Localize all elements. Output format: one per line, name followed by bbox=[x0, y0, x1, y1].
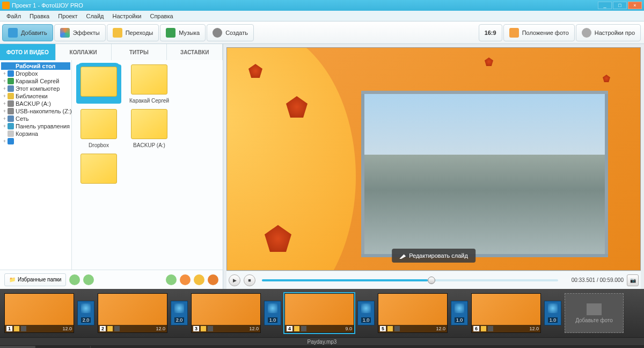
pencil-icon bbox=[399, 252, 406, 259]
tab-collages[interactable]: КОЛЛАЖИ bbox=[56, 44, 112, 60]
seek-knob[interactable] bbox=[428, 277, 435, 284]
aspect-ratio-button[interactable]: 16:9 bbox=[479, 24, 502, 41]
window-title: Проект 1 - ФотоШОУ PRO bbox=[12, 2, 83, 9]
image-icon bbox=[509, 28, 519, 38]
transition-block[interactable]: 2.0 bbox=[77, 301, 94, 325]
favorites-button[interactable]: 📁Избранные папки bbox=[4, 273, 66, 286]
tree-item[interactable]: + bbox=[1, 137, 70, 145]
tree-item[interactable]: Рабочий стол bbox=[1, 62, 70, 70]
folder-up-icon[interactable] bbox=[208, 274, 218, 285]
left-bottom-bar: 📁Избранные папки bbox=[0, 270, 223, 289]
menu-help[interactable]: Справка bbox=[145, 12, 177, 20]
bottom-tabs: Слайды Шкала времени bbox=[0, 346, 644, 348]
timeline-slide[interactable]: 112.0 bbox=[4, 293, 74, 333]
folder-tree[interactable]: Рабочий стол+Dropbox+Каракай Сергей+Этот… bbox=[0, 60, 72, 270]
camera-icon bbox=[8, 28, 18, 38]
menu-edit[interactable]: Правка bbox=[25, 12, 54, 20]
preview-canvas[interactable]: Редактировать слайд bbox=[226, 47, 641, 271]
download-icon[interactable] bbox=[166, 274, 177, 285]
palette-icon bbox=[60, 28, 70, 38]
transition-block[interactable]: 1.0 bbox=[544, 301, 561, 325]
nav-back-icon[interactable] bbox=[69, 274, 80, 285]
menu-slide[interactable]: Слайд bbox=[82, 12, 108, 20]
timeline-slide[interactable]: 512.0 bbox=[378, 293, 448, 333]
tree-item[interactable]: Корзина bbox=[1, 130, 70, 137]
tree-item[interactable]: +Сеть bbox=[1, 115, 70, 122]
add-slide-button[interactable]: Добавьте фото bbox=[565, 293, 624, 333]
seek-bar[interactable] bbox=[262, 279, 558, 281]
project-settings-button[interactable]: Настройки про bbox=[576, 24, 641, 41]
menu-project[interactable]: Проект bbox=[54, 12, 82, 20]
gear-icon bbox=[213, 28, 222, 38]
preview-panel: Редактировать слайд ▶ ■ 00:33.501 / 00:5… bbox=[223, 44, 644, 289]
tab-titles[interactable]: ТИТРЫ bbox=[112, 44, 167, 60]
timeline-slide[interactable]: 312.0 bbox=[191, 293, 261, 333]
edit-slide-button[interactable]: Редактировать слайд bbox=[392, 249, 475, 263]
transition-block[interactable]: 1.0 bbox=[264, 301, 281, 325]
home-icon[interactable] bbox=[180, 274, 191, 285]
timeline-slide[interactable]: 212.0 bbox=[98, 293, 167, 333]
photo-frame[interactable] bbox=[361, 91, 608, 257]
timeline[interactable]: 112.02.0212.02.0312.01.049.01.0512.01.06… bbox=[0, 289, 644, 337]
tree-item[interactable]: +Этот компьютер bbox=[1, 85, 70, 92]
toolbar: Добавить Эффекты Переходы Музыка Создать… bbox=[0, 21, 644, 44]
folder-thumbnail[interactable] bbox=[76, 154, 121, 187]
folder-thumbnail[interactable]: BACKUP (A:) bbox=[127, 109, 172, 148]
snapshot-button[interactable]: 📷 bbox=[627, 274, 639, 286]
app-icon bbox=[2, 2, 10, 9]
transitions-button[interactable]: Переходы bbox=[107, 24, 159, 41]
stop-button[interactable]: ■ bbox=[244, 274, 255, 286]
leaf-decoration bbox=[603, 75, 610, 82]
leaf-decoration bbox=[265, 225, 291, 252]
thumbnail-grid: Каракай СергейDropboxBACKUP (A:) bbox=[72, 60, 223, 270]
star-icon bbox=[113, 28, 122, 38]
tab-photo-video[interactable]: ФОТО И ВИДЕО bbox=[0, 44, 56, 60]
audio-track[interactable]: Payday.mp3 bbox=[0, 337, 644, 346]
add-button[interactable]: Добавить bbox=[2, 24, 53, 41]
minimize-button[interactable]: _ bbox=[598, 2, 612, 9]
menu-file[interactable]: Файл bbox=[2, 12, 25, 20]
timecode: 00:33.501 / 00:59.000 bbox=[565, 277, 624, 283]
folder-thumbnail[interactable] bbox=[76, 64, 121, 104]
leaf-decoration bbox=[485, 57, 493, 66]
tab-intros[interactable]: ЗАСТАВКИ bbox=[167, 44, 223, 60]
folder-open-icon[interactable] bbox=[194, 274, 204, 285]
folder-icon: 📁 bbox=[9, 277, 16, 282]
leaf-decoration bbox=[248, 64, 262, 78]
timeline-slide[interactable]: 49.0 bbox=[284, 293, 354, 333]
playback-bar: ▶ ■ 00:33.501 / 00:59.000 📷 bbox=[226, 271, 641, 289]
play-button[interactable]: ▶ bbox=[229, 274, 240, 286]
folder-thumbnail[interactable]: Каракай Сергей bbox=[127, 64, 172, 104]
tree-item[interactable]: +BACKUP (A:) bbox=[1, 100, 70, 107]
music-note-icon bbox=[166, 28, 175, 38]
source-tabs: ФОТО И ВИДЕО КОЛЛАЖИ ТИТРЫ ЗАСТАВКИ bbox=[0, 44, 223, 60]
window-controls: _ □ × bbox=[598, 2, 642, 9]
menu-settings[interactable]: Настройки bbox=[108, 12, 146, 20]
maximize-button[interactable]: □ bbox=[613, 2, 627, 9]
tree-item[interactable]: +Dropbox bbox=[1, 70, 70, 77]
tree-item[interactable]: +Библиотеки bbox=[1, 92, 70, 100]
nav-forward-icon[interactable] bbox=[83, 274, 94, 285]
folder-thumbnail[interactable]: Dropbox bbox=[76, 109, 121, 148]
tab-timeline[interactable]: Шкала времени bbox=[35, 346, 90, 348]
close-button[interactable]: × bbox=[628, 2, 642, 9]
tab-slides[interactable]: Слайды bbox=[0, 346, 35, 348]
transition-block[interactable]: 1.0 bbox=[451, 301, 468, 325]
gear-icon bbox=[582, 28, 591, 38]
tree-item[interactable]: +Каракай Сергей bbox=[1, 77, 70, 85]
effects-button[interactable]: Эффекты bbox=[54, 24, 106, 41]
menubar: Файл Правка Проект Слайд Настройки Справ… bbox=[0, 11, 644, 21]
leaf-decoration bbox=[286, 96, 308, 118]
create-button[interactable]: Создать bbox=[207, 24, 254, 41]
timeline-slide[interactable]: 612.0 bbox=[471, 293, 541, 333]
transition-block[interactable]: 2.0 bbox=[171, 301, 188, 325]
transition-block[interactable]: 1.0 bbox=[357, 301, 375, 325]
titlebar: Проект 1 - ФотоШОУ PRO _ □ × bbox=[0, 0, 644, 11]
tree-item[interactable]: +USB-накопитель (Z:) bbox=[1, 107, 70, 115]
music-button[interactable]: Музыка bbox=[160, 24, 206, 41]
left-panel: ФОТО И ВИДЕО КОЛЛАЖИ ТИТРЫ ЗАСТАВКИ Рабо… bbox=[0, 44, 223, 289]
tree-item[interactable]: +Панель управления bbox=[1, 122, 70, 130]
photo-position-button[interactable]: Положение фото bbox=[503, 24, 575, 41]
